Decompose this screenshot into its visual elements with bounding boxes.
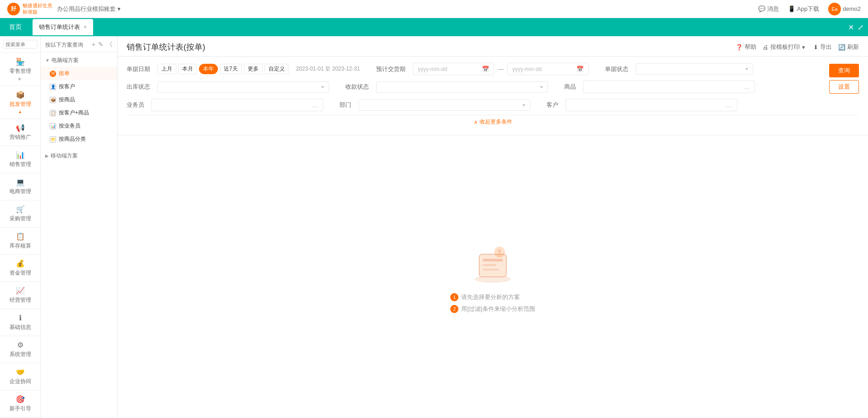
status-select[interactable]: ▾ bbox=[636, 63, 753, 75]
scheme-panel-icons: + ✎ 《 bbox=[92, 41, 113, 49]
sidebar-item-system[interactable]: ⚙ 系统管理 bbox=[0, 336, 40, 363]
scheme-category-icon: 📁 bbox=[50, 136, 56, 142]
scheme-panel-header: 按以下方案查询 + ✎ 《 bbox=[41, 36, 117, 52]
add-scheme-icon[interactable]: + bbox=[92, 41, 95, 49]
date-btn-7days[interactable]: 近7天 bbox=[220, 64, 242, 74]
print-icon: 🖨 bbox=[763, 44, 769, 51]
empty-illustration: ? bbox=[466, 241, 520, 286]
chevron-right-icon: ▶ bbox=[45, 153, 49, 158]
print-button[interactable]: 🖨 按模板打印 ▾ bbox=[763, 43, 807, 51]
settings-button[interactable]: 设置 bbox=[829, 80, 859, 94]
app-download-button[interactable]: 📱 App下载 bbox=[788, 5, 819, 13]
search-input[interactable] bbox=[3, 40, 38, 49]
edit-scheme-icon[interactable]: ✎ bbox=[98, 41, 104, 49]
customer-select[interactable]: … bbox=[566, 99, 737, 111]
sidebar-item-wholesale[interactable]: 📦 批发管理 ▲ bbox=[0, 86, 40, 119]
retail-icon: 🏪 bbox=[16, 57, 25, 66]
sidebar-item-marketing[interactable]: 📢 营销推广 bbox=[0, 119, 40, 146]
wholesale-icon: 📦 bbox=[16, 90, 25, 99]
sidebar-item-purchase[interactable]: 🛒 采购管理 bbox=[0, 200, 40, 228]
message-icon: 💬 bbox=[758, 5, 765, 12]
scheme-group-mobile: ▶ 移动端方案 bbox=[41, 147, 117, 164]
date-btn-last-month[interactable]: 上月 bbox=[157, 64, 176, 74]
scheme-item-by-product[interactable]: 📦 按商品 bbox=[41, 93, 117, 106]
scheme-group-mobile-title[interactable]: ▶ 移动端方案 bbox=[41, 149, 117, 162]
date-btn-this-year[interactable]: 本年 bbox=[199, 64, 218, 74]
tab-bar: 首页 销售订单统计表 × ✕ ⤢ bbox=[0, 18, 868, 36]
sidebar-item-operations[interactable]: 📈 经营管理 bbox=[0, 282, 40, 309]
date-button-group: 上月 本月 本年 近7天 更多 自定义 bbox=[157, 64, 289, 74]
sidebar-item-enterprise[interactable]: 🤝 企业协同 bbox=[0, 363, 40, 390]
salesman-select[interactable]: … bbox=[151, 99, 323, 111]
product-select[interactable]: … bbox=[583, 81, 755, 93]
sidebar: 🏪 零售管理 ▶ 📦 批发管理 ▲ 📢 营销推广 📊 销售管理 💻 电商管理 🛒… bbox=[0, 36, 41, 418]
right-actions: 查询 设置 bbox=[829, 63, 859, 94]
scheme-item-by-order[interactable]: 按 按单 bbox=[41, 67, 117, 80]
scheme-customer-icon: 👤 bbox=[50, 84, 56, 90]
scheme-item-by-category[interactable]: 📁 按商品分类 bbox=[41, 133, 117, 146]
window-maximize-icon[interactable]: ⤢ bbox=[858, 23, 863, 32]
help-button[interactable]: ❓ 帮助 bbox=[736, 43, 756, 51]
sidebar-item-retail[interactable]: 🏪 零售管理 ▶ bbox=[0, 53, 40, 86]
window-close-icon[interactable]: ✕ bbox=[848, 23, 854, 32]
message-button[interactable]: 💬 消息 bbox=[758, 5, 779, 13]
expected-date-from[interactable]: yyyy-mm-dd 📅 bbox=[413, 63, 494, 75]
tip-num-1: 1 bbox=[450, 293, 458, 301]
sidebar-item-ecommerce[interactable]: 💻 电商管理 bbox=[0, 173, 40, 200]
ecommerce-icon: 💻 bbox=[16, 178, 25, 186]
query-button[interactable]: 查询 bbox=[829, 64, 859, 77]
date-btn-more[interactable]: 更多 bbox=[244, 64, 263, 74]
dept-select[interactable]: ▾ bbox=[359, 100, 530, 111]
receipt-status-select[interactable]: ▾ bbox=[376, 81, 548, 93]
export-button[interactable]: ⬇ 导出 bbox=[813, 43, 832, 51]
page-header: 销售订单统计表(按单) ❓ 帮助 🖨 按模板打印 ▾ ⬇ bbox=[118, 36, 868, 57]
finance-icon: 💰 bbox=[16, 259, 25, 268]
svg-text:?: ? bbox=[497, 248, 501, 256]
scheme-item-by-salesman[interactable]: 📊 按业务员 bbox=[41, 119, 117, 133]
sidebar-item-inventory[interactable]: 📋 库存核算 bbox=[0, 228, 40, 255]
collapse-icon: ∧ bbox=[474, 119, 478, 125]
expected-date-to[interactable]: yyyy-mm-dd 📅 bbox=[507, 63, 589, 75]
scheme-group-desktop-title[interactable]: ▼ 电脑端方案 bbox=[41, 54, 117, 67]
svg-rect-4 bbox=[483, 269, 499, 271]
enterprise-icon: 🤝 bbox=[16, 368, 25, 376]
scheme-salesman-icon: 📊 bbox=[50, 123, 56, 129]
print-main[interactable]: 🖨 按模板打印 bbox=[763, 43, 800, 51]
sidebar-item-finance[interactable]: 💰 资金管理 bbox=[0, 255, 40, 282]
svg-rect-3 bbox=[483, 264, 496, 266]
guide-icon: 🎯 bbox=[16, 395, 25, 404]
ellipsis-icon-2[interactable]: … bbox=[312, 101, 318, 109]
filter-row-1: 单据日期 上月 本月 本年 近7天 更多 自定义 2023-01-01 至 20… bbox=[127, 63, 822, 75]
calendar-icon: 📅 bbox=[482, 66, 489, 72]
sidebar-item-guide[interactable]: 🎯 新手引导 bbox=[0, 390, 40, 418]
user-menu[interactable]: Ea demo2 bbox=[828, 3, 861, 15]
ellipsis-icon-3[interactable]: … bbox=[726, 101, 732, 109]
chevron-right-icon: ▶ bbox=[19, 76, 22, 81]
tab-sales-statistics[interactable]: 销售订单统计表 × bbox=[33, 19, 93, 35]
tab-home[interactable]: 首页 bbox=[0, 18, 31, 36]
dept-label: 部门 bbox=[340, 101, 351, 109]
date-btn-custom[interactable]: 自定义 bbox=[264, 64, 289, 74]
system-icon: ⚙ bbox=[17, 341, 24, 349]
collapse-panel-icon[interactable]: 《 bbox=[106, 41, 113, 49]
date-btn-this-month[interactable]: 本月 bbox=[178, 64, 197, 74]
date-range-text: 2023-01-01 至 2023-12-31 bbox=[296, 65, 360, 73]
scheme-item-by-customer[interactable]: 👤 按客户 bbox=[41, 80, 117, 93]
sidebar-item-sales[interactable]: 📊 销售管理 bbox=[0, 146, 40, 173]
print-dropdown-icon[interactable]: ▾ bbox=[800, 44, 807, 51]
app-selector[interactable]: 办公用品行业模拟账套 ▾ bbox=[57, 5, 121, 13]
chevron-down-icon: ▼ bbox=[45, 58, 50, 63]
filter-row-3: 业务员 … 部门 ▾ 客户 bbox=[127, 99, 822, 111]
empty-state: ? 1 请先选择要分析的方案 2 用[过滤]条件来缩小分析范围 bbox=[118, 135, 868, 418]
sidebar-item-basic-info[interactable]: ℹ 基础信息 bbox=[0, 309, 40, 336]
refresh-button[interactable]: 🔄 刷新 bbox=[838, 43, 859, 51]
logo-text: 畅捷通好生意 标准版 bbox=[23, 3, 52, 14]
collapse-filter-button[interactable]: ∧ 收起更多条件 bbox=[127, 115, 859, 128]
scheme-item-by-customer-product[interactable]: 📋 按客户+商品 bbox=[41, 106, 117, 119]
ellipsis-icon[interactable]: … bbox=[744, 83, 750, 90]
tab-close-icon[interactable]: × bbox=[84, 24, 87, 30]
page-title: 销售订单统计表(按单) bbox=[127, 42, 205, 52]
scheme-customer-product-icon: 📋 bbox=[50, 110, 56, 116]
scheme-product-icon: 📦 bbox=[50, 97, 56, 103]
out-status-select[interactable]: ▾ bbox=[157, 81, 329, 93]
